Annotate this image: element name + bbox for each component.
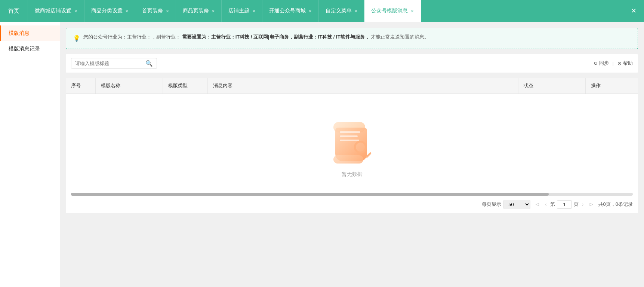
lightbulb-icon: 💡 (73, 34, 80, 43)
help-icon: ⊙ (617, 61, 622, 66)
sidebar-item-label: 模版消息记录 (9, 46, 40, 52)
tab-shop-theme[interactable]: 店铺主题 × (222, 0, 262, 22)
close-icon[interactable]: × (126, 8, 129, 14)
col-header-type: 模版类型 (163, 78, 208, 94)
col-header-content: 消息内容 (208, 78, 518, 94)
tab-label: 商品页装修 (183, 7, 209, 14)
first-page-button[interactable]: ⊲ (533, 201, 542, 208)
close-icon[interactable]: × (212, 8, 215, 14)
scrollbar-thumb[interactable] (71, 193, 549, 196)
notice-prefix: 您的公众号行业为：主营行业：，副营行业： (83, 34, 181, 40)
tab-home-label: 首页 (8, 7, 19, 15)
close-icon[interactable]: × (309, 8, 312, 14)
magnifier-handle (366, 152, 372, 158)
sync-icon: ↻ (594, 61, 598, 66)
tab-product-page-decor[interactable]: 商品页装修 × (176, 0, 222, 22)
tab-label: 店铺主题 (228, 7, 249, 14)
prev-page-button[interactable]: ‹ (543, 201, 549, 208)
page-navigation: ⊲ ‹ 第 页 › ⊳ (533, 200, 595, 209)
help-label: 帮助 (623, 60, 633, 67)
empty-text: 暂无数据 (342, 171, 363, 178)
help-button[interactable]: ⊙ 帮助 (617, 60, 633, 67)
sidebar-item-template-msg[interactable]: 模版消息 (0, 25, 60, 41)
col-header-status: 状态 (518, 78, 586, 94)
sidebar: 模版消息 模版消息记录 (0, 22, 60, 287)
scroll-line (340, 135, 358, 137)
page-suffix: 页 (574, 201, 579, 208)
magnifier-icon (354, 141, 373, 159)
close-icon[interactable]: × (74, 8, 77, 14)
notice-highlight: 需要设置为：主营行业：IT科技 / 互联网|电子商务，副营行业：IT科技 / I… (182, 34, 370, 40)
total-records-label: 共0页，0条记录 (598, 201, 633, 208)
horizontal-scrollbar[interactable] (71, 193, 633, 196)
last-page-button[interactable]: ⊳ (587, 201, 595, 208)
tab-bar: 首页 微商城店铺设置 × 商品分类设置 × 首页装修 × 商品页装修 × 店铺主… (0, 0, 644, 22)
tab-label: 首页装修 (142, 7, 163, 14)
toolbar-divider: | (613, 61, 614, 66)
tab-label: 开通公众号商城 (269, 7, 306, 14)
notice-suffix: 才能正常发送预置的消息。 (371, 34, 429, 40)
pagination-bar: 每页显示 50 10 20 100 ⊲ ‹ 第 页 (66, 196, 638, 213)
magnifier-circle (354, 141, 367, 153)
sync-button[interactable]: ↻ 同步 (594, 60, 609, 67)
per-page-label: 每页显示 (482, 201, 501, 208)
data-table: 序号 模版名称 模版类型 消息内容 状态 操作 (66, 78, 638, 213)
empty-illustration (328, 116, 376, 165)
close-icon[interactable]: × (252, 8, 255, 14)
page-label: 第 (550, 201, 555, 208)
search-input[interactable] (71, 58, 142, 68)
col-header-index: 序号 (66, 78, 96, 94)
sidebar-item-label: 模版消息 (9, 30, 30, 36)
toolbar: 🔍 ↻ 同步 | ⊙ 帮助 (66, 54, 638, 73)
empty-state: 暂无数据 (66, 94, 638, 193)
tab-template-message[interactable]: 公众号模版消息 × (364, 0, 421, 22)
page-number-input[interactable] (557, 200, 572, 209)
scroll-line (340, 131, 360, 133)
close-icon[interactable]: × (355, 8, 358, 14)
col-header-name: 模版名称 (96, 78, 163, 94)
tab-homepage-decor[interactable]: 首页装修 × (135, 0, 176, 22)
scroll-lines (340, 131, 360, 141)
tab-label: 商品分类设置 (91, 7, 123, 14)
notice-text: 您的公众号行业为：主营行业：，副营行业： 需要设置为：主营行业：IT科技 / 互… (83, 33, 429, 41)
tab-label: 自定义菜单 (326, 7, 352, 14)
next-page-button[interactable]: › (580, 201, 586, 208)
tab-label: 微商城店铺设置 (35, 7, 71, 14)
notice-box: 💡 您的公众号行业为：主营行业：，副营行业： 需要设置为：主营行业：IT科技 /… (66, 28, 638, 49)
col-header-action: 操作 (586, 78, 638, 94)
per-page-dropdown[interactable]: 50 10 20 100 (503, 200, 530, 209)
search-box: 🔍 (71, 58, 157, 69)
per-page-select: 每页显示 50 10 20 100 (482, 200, 530, 209)
content-area: 💡 您的公众号行业为：主营行业：，副营行业： 需要设置为：主营行业：IT科技 /… (60, 22, 644, 287)
sidebar-item-template-msg-record[interactable]: 模版消息记录 (0, 41, 60, 57)
tab-wshop-settings[interactable]: 微商城店铺设置 × (28, 0, 84, 22)
search-button[interactable]: 🔍 (142, 60, 157, 67)
close-icon[interactable]: × (411, 8, 414, 14)
tab-home[interactable]: 首页 (0, 0, 28, 22)
tab-custom-menu[interactable]: 自定义菜单 × (319, 0, 365, 22)
close-icon[interactable]: × (166, 8, 169, 14)
sync-label: 同步 (599, 60, 609, 67)
tab-product-category[interactable]: 商品分类设置 × (84, 0, 136, 22)
global-close-button[interactable]: ✕ (623, 7, 644, 15)
table-header: 序号 模版名称 模版类型 消息内容 状态 操作 (66, 78, 638, 94)
main-layout: 模版消息 模版消息记录 💡 您的公众号行业为：主营行业：，副营行业： 需要设置为… (0, 22, 644, 287)
toolbar-right: ↻ 同步 | ⊙ 帮助 (594, 60, 633, 67)
tab-label: 公众号模版消息 (371, 7, 408, 14)
tab-open-wechat-shop[interactable]: 开通公众号商城 × (262, 0, 319, 22)
page-input-group: 第 页 (550, 200, 579, 209)
